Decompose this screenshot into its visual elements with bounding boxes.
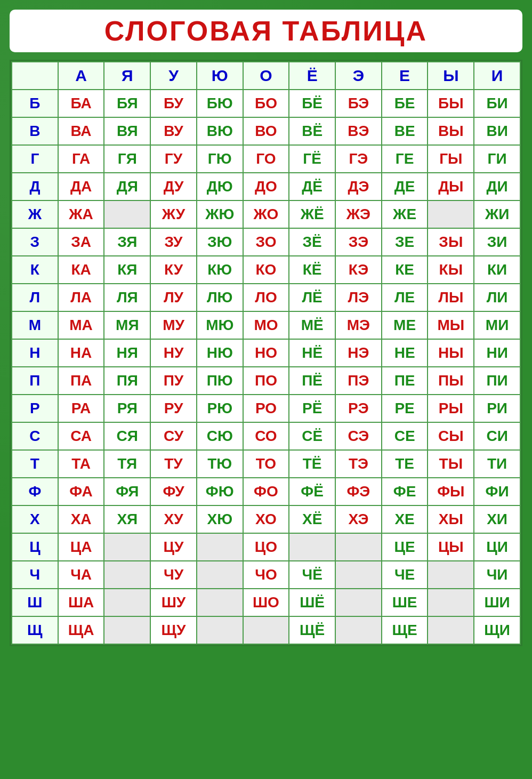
consonant-Ж: Ж (12, 200, 58, 228)
header-vowel-Е: Е (382, 62, 428, 90)
syllable-cell: ЛО (243, 284, 289, 311)
syllable-cell: ВЕ (382, 117, 428, 145)
syllable-cell: ЗИ (474, 228, 520, 256)
header-vowel-Я: Я (104, 62, 150, 90)
syllable-cell: ГУ (150, 145, 197, 173)
syllable-cell (428, 200, 474, 228)
syllable-cell: ГЯ (104, 145, 150, 173)
syllable-cell: ЛЫ (428, 284, 474, 311)
syllable-cell: ВЯ (104, 117, 150, 145)
syllable-cell: РЫ (428, 395, 474, 422)
syllable-cell: ЖЮ (197, 200, 243, 228)
syllable-cell: РУ (150, 395, 197, 422)
table-row: ЛЛАЛЯЛУЛЮЛОЛЁЛЭЛЕЛЫЛИ (12, 284, 520, 311)
syllable-cell: ЦО (243, 533, 289, 561)
syllable-cell (197, 589, 243, 616)
syllable-cell: КЫ (428, 256, 474, 284)
syllable-cell: ЛЯ (104, 284, 150, 311)
syllable-cell: ХЫ (428, 505, 474, 533)
syllable-cell: РЮ (197, 395, 243, 422)
table-row: ЧЧАЧУЧОЧЁЧЕЧИ (12, 561, 520, 589)
syllable-cell: МИ (474, 311, 520, 339)
syllable-cell: ЧЕ (382, 561, 428, 589)
syllable-cell: НЁ (289, 339, 335, 367)
syllable-cell: ХА (58, 505, 104, 533)
syllable-cell: ХЭ (335, 505, 382, 533)
syllable-cell: ПЯ (104, 367, 150, 395)
consonant-З: З (12, 228, 58, 256)
syllable-cell: ЛЁ (289, 284, 335, 311)
syllable-cell: ЗЭ (335, 228, 382, 256)
syllable-cell: ЖО (243, 200, 289, 228)
syllable-cell: ЧЁ (289, 561, 335, 589)
syllable-cell: ПЫ (428, 367, 474, 395)
syllable-cell: РЯ (104, 395, 150, 422)
syllable-cell: ХЮ (197, 505, 243, 533)
syllable-cell (428, 561, 474, 589)
consonant-С: С (12, 422, 58, 450)
syllable-cell: ХО (243, 505, 289, 533)
syllable-cell: ФО (243, 478, 289, 505)
syllable-cell: ЖУ (150, 200, 197, 228)
page-title: СЛОГОВАЯ ТАБЛИЦА (26, 15, 506, 47)
consonant-Ш: Ш (12, 589, 58, 616)
syllable-cell: СО (243, 422, 289, 450)
syllable-cell: ПЮ (197, 367, 243, 395)
syllable-cell: СА (58, 422, 104, 450)
syllable-cell: ЛЕ (382, 284, 428, 311)
syllable-cell: БЫ (428, 90, 474, 117)
table-row: ГГАГЯГУГЮГОГЁГЭГЕГЫГИ (12, 145, 520, 173)
syllable-cell: ПИ (474, 367, 520, 395)
syllable-cell: НУ (150, 339, 197, 367)
syllable-cell: ВЫ (428, 117, 474, 145)
syllable-cell: КУ (150, 256, 197, 284)
table-row: ЦЦАЦУЦОЦЕЦЫЦИ (12, 533, 520, 561)
syllable-cell: ПЭ (335, 367, 382, 395)
syllable-cell: ГИ (474, 145, 520, 173)
syllable-cell: ТЕ (382, 450, 428, 478)
syllable-cell: ЛИ (474, 284, 520, 311)
syllable-cell: СУ (150, 422, 197, 450)
syllable-cell: ЧО (243, 561, 289, 589)
syllable-cell: БЕ (382, 90, 428, 117)
syllable-cell (197, 561, 243, 589)
syllable-cell: ГЁ (289, 145, 335, 173)
header-vowel-У: У (150, 62, 197, 90)
syllable-cell: КЕ (382, 256, 428, 284)
syllable-cell: ПУ (150, 367, 197, 395)
syllable-cell (104, 589, 150, 616)
syllable-cell (104, 561, 150, 589)
header-vowel-Ё: Ё (289, 62, 335, 90)
title-box: СЛОГОВАЯ ТАБЛИЦА (10, 10, 522, 52)
consonant-П: П (12, 367, 58, 395)
table-row: ББАБЯБУБЮБОБЁБЭБЕБЫБИ (12, 90, 520, 117)
syllable-cell: НЕ (382, 339, 428, 367)
syllable-cell: НИ (474, 339, 520, 367)
table-row: ППАПЯПУПЮПОПЁПЭПЕПЫПИ (12, 367, 520, 395)
syllable-cell: БЭ (335, 90, 382, 117)
header-empty (12, 62, 58, 90)
syllable-cell: ХЕ (382, 505, 428, 533)
syllable-cell: ЗЁ (289, 228, 335, 256)
consonant-Г: Г (12, 145, 58, 173)
syllable-cell: НА (58, 339, 104, 367)
header-vowel-И: И (474, 62, 520, 90)
consonant-Ф: Ф (12, 478, 58, 505)
syllable-cell: ВЭ (335, 117, 382, 145)
syllable-cell: ЛА (58, 284, 104, 311)
syllable-cell: КЭ (335, 256, 382, 284)
syllable-cell (197, 533, 243, 561)
syllable-cell: РЁ (289, 395, 335, 422)
syllable-cell: ЩИ (474, 616, 520, 644)
syllable-cell: ГО (243, 145, 289, 173)
syllable-cell: ГЮ (197, 145, 243, 173)
syllable-cell: ХЁ (289, 505, 335, 533)
syllable-cell: ФУ (150, 478, 197, 505)
syllable-cell: ДЁ (289, 173, 335, 200)
syllable-cell: ФЕ (382, 478, 428, 505)
syllable-cell: СЁ (289, 422, 335, 450)
syllable-cell: ФЫ (428, 478, 474, 505)
table-row: ДДАДЯДУДЮДОДЁДЭДЕДЫДИ (12, 173, 520, 200)
syllable-cell: БЯ (104, 90, 150, 117)
consonant-Р: Р (12, 395, 58, 422)
